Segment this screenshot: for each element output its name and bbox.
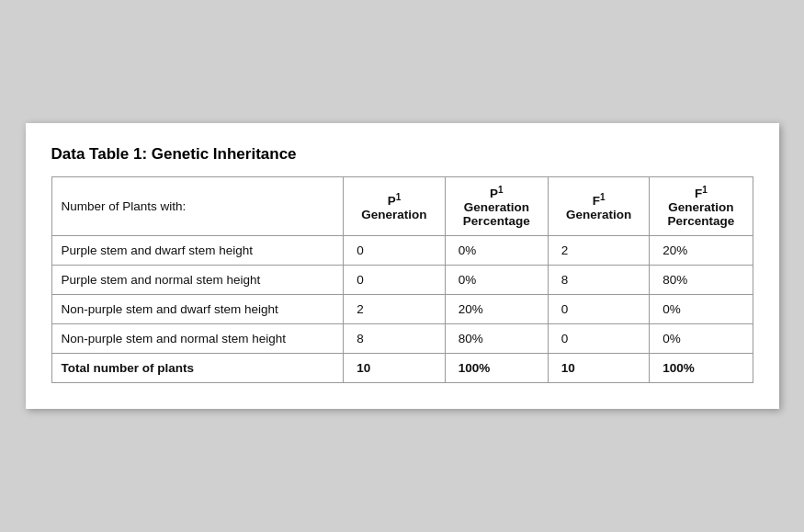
cell-p1: 2 — [344, 295, 445, 324]
cell-p1pct: 20% — [445, 295, 548, 324]
table-row: Purple stem and dwarf stem height00%220% — [51, 236, 753, 266]
cell-f1: 10 — [548, 354, 649, 383]
col-header-p1pct: P1GenerationPercentage — [445, 176, 548, 236]
cell-label: Total number of plants — [51, 354, 344, 383]
cell-label: Non-purple stem and dwarf stem height — [51, 295, 344, 324]
cell-label: Non-purple stem and normal stem height — [51, 324, 344, 354]
cell-f1: 0 — [548, 324, 649, 354]
cell-p1pct: 80% — [445, 324, 548, 354]
col-header-f1pct: F1GenerationPercentage — [650, 176, 753, 236]
col-header-f1: F1Generation — [548, 176, 649, 236]
cell-p1: 0 — [344, 266, 445, 295]
cell-f1: 8 — [548, 266, 649, 295]
table-title: Data Table 1: Genetic Inheritance — [51, 145, 753, 164]
cell-p1pct: 0% — [445, 236, 548, 266]
cell-p1pct: 100% — [445, 354, 548, 383]
data-table: Number of Plants with: P1Generation P1Ge… — [51, 176, 753, 384]
cell-p1: 0 — [344, 236, 445, 266]
cell-f1pct: 80% — [650, 266, 753, 295]
table-body: Purple stem and dwarf stem height00%220%… — [51, 236, 753, 383]
cell-label: Purple stem and dwarf stem height — [51, 236, 344, 266]
table-row: Non-purple stem and normal stem height88… — [51, 324, 753, 354]
table-row: Purple stem and normal stem height00%880… — [51, 266, 753, 295]
cell-f1pct: 100% — [650, 354, 753, 383]
cell-p1: 10 — [344, 354, 445, 383]
cell-f1: 0 — [548, 295, 649, 324]
table-row: Total number of plants10100%10100% — [51, 354, 753, 383]
col-header-label: Number of Plants with: — [51, 176, 344, 236]
header-row: Number of Plants with: P1Generation P1Ge… — [51, 176, 753, 236]
card: Data Table 1: Genetic Inheritance Number… — [26, 123, 779, 410]
cell-p1pct: 0% — [445, 266, 548, 295]
cell-f1: 2 — [548, 236, 649, 266]
col-header-p1: P1Generation — [344, 176, 445, 236]
cell-f1pct: 0% — [650, 324, 753, 354]
table-row: Non-purple stem and dwarf stem height220… — [51, 295, 753, 324]
cell-p1: 8 — [344, 324, 445, 354]
cell-f1pct: 0% — [650, 295, 753, 324]
cell-label: Purple stem and normal stem height — [51, 266, 344, 295]
cell-f1pct: 20% — [650, 236, 753, 266]
